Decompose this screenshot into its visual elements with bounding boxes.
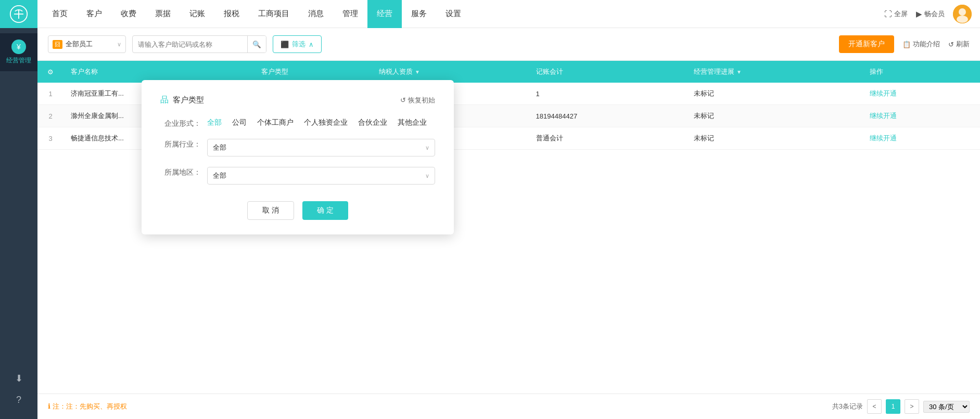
- industry-row: 所属行业： 全部 ∨: [160, 139, 435, 156]
- fullscreen-btn[interactable]: ⛶ 全屏: [884, 9, 908, 19]
- row-action-2[interactable]: 继续开通: [862, 105, 980, 127]
- search-icon: 🔍: [252, 41, 261, 48]
- table-th-progress[interactable]: 经营管理进展 ▼: [686, 61, 862, 83]
- nav-item-ticket[interactable]: 票据: [146, 0, 180, 28]
- refresh-icon: ↺: [948, 41, 954, 48]
- employee-dropdown-icon: ∨: [117, 41, 121, 48]
- help-icon: ?: [16, 395, 21, 405]
- operation-icon: ¥: [11, 40, 26, 54]
- nav-item-home[interactable]: 首页: [43, 0, 77, 28]
- table-th-taxpayer[interactable]: 纳税人资质 ▼: [372, 61, 529, 83]
- taxpayer-filter-icon: ▼: [415, 69, 420, 75]
- pagination: 共3条记录 < 1 > 30 条/页 50 条/页 100 条/页: [832, 399, 970, 414]
- page-size-select[interactable]: 30 条/页 50 条/页 100 条/页: [923, 401, 970, 413]
- region-select[interactable]: 全部 ∨: [207, 167, 435, 185]
- next-page-btn[interactable]: >: [905, 399, 919, 414]
- row-accountant-3: 普通会计: [529, 127, 686, 150]
- th-progress-label: 经营管理进展: [694, 67, 734, 76]
- industry-label: 所属行业：: [160, 139, 207, 149]
- sidebar-bottom: ⬇ ?: [0, 368, 37, 419]
- option-other[interactable]: 其他企业: [398, 118, 427, 127]
- nav-item-settings[interactable]: 设置: [436, 0, 470, 28]
- notice-content: 注：先购买、再授权: [66, 402, 127, 410]
- new-customer-button[interactable]: 开通新客户: [839, 35, 894, 53]
- notice-text: 注：: [53, 402, 66, 410]
- region-label: 所属地区：: [160, 167, 207, 177]
- sidebar-item-operation-management[interactable]: ¥ 经营管理: [0, 33, 37, 71]
- progress-filter-icon: ▼: [736, 69, 742, 75]
- filter-button[interactable]: ⬛ 筛选 ∧: [273, 35, 322, 53]
- nav-item-fee[interactable]: 收费: [111, 0, 146, 28]
- nav-item-manage[interactable]: 管理: [333, 0, 367, 28]
- download-icon: ⬇: [15, 373, 23, 384]
- notice-area: ℹ 注：注：先购买、再授权: [48, 402, 127, 411]
- table-th-settings[interactable]: ⚙: [37, 61, 63, 83]
- industry-value: 全部: [213, 143, 226, 152]
- reset-icon: ↺: [400, 96, 406, 104]
- sidebar: ¥ 经营管理 ⬇ ?: [0, 28, 37, 419]
- toolbar: 囧 全部员工 ∨ 🔍 ⬛ 筛选 ∧ 开通新客户 📋 功能介绍: [37, 28, 980, 61]
- modal-footer: 取 消 确 定: [160, 201, 435, 220]
- modal-header: 品 客户类型 ↺ 恢复初始: [160, 95, 435, 106]
- cancel-button[interactable]: 取 消: [247, 201, 294, 220]
- th-type-label: 客户类型: [261, 68, 288, 75]
- svg-point-2: [959, 8, 966, 16]
- nav-item-service[interactable]: 服务: [402, 0, 436, 28]
- prev-page-btn[interactable]: <: [867, 399, 882, 414]
- table-th-type: 客户类型: [254, 61, 372, 83]
- nav-item-bookkeeping[interactable]: 记账: [180, 0, 214, 28]
- svg-point-3: [957, 16, 968, 23]
- avatar[interactable]: [953, 5, 972, 23]
- table-header-row: ⚙ 客户名称 客户类型 纳税人资质 ▼: [37, 61, 980, 83]
- th-taxpayer-label: 纳税人资质: [379, 67, 413, 76]
- nav-item-business[interactable]: 工商项目: [249, 0, 299, 28]
- row-num-2: 2: [37, 105, 63, 127]
- region-dropdown-icon: ∨: [425, 173, 429, 179]
- refresh-button[interactable]: ↺ 刷新: [948, 40, 970, 49]
- filter-icon: ⬛: [281, 41, 289, 48]
- modal-title-icon: 品: [160, 95, 169, 106]
- employee-select[interactable]: 囧 全部员工 ∨: [48, 35, 126, 53]
- industry-select-wrap: 全部 ∨: [207, 139, 435, 156]
- option-individual[interactable]: 个体工商户: [257, 118, 294, 127]
- sidebar-item-label: 经营管理: [6, 56, 31, 65]
- page-1-btn[interactable]: 1: [886, 399, 900, 414]
- function-intro-button[interactable]: 📋 功能介绍: [902, 40, 940, 49]
- nav-item-tax[interactable]: 报税: [214, 0, 249, 28]
- filter-modal: 品 客户类型 ↺ 恢复初始 企业形式： 全部 公司 个体工商户 个人独资企业 合…: [142, 80, 454, 234]
- settings-icon: ⚙: [47, 68, 54, 76]
- filter-label: 筛选: [292, 40, 306, 49]
- th-accountant-label: 记账会计: [536, 68, 563, 75]
- option-company[interactable]: 公司: [232, 118, 247, 127]
- option-all[interactable]: 全部: [207, 118, 222, 127]
- enterprise-form-options: 全部 公司 个体工商户 个人独资企业 合伙企业 其他企业: [207, 118, 435, 127]
- industry-select[interactable]: 全部 ∨: [207, 139, 435, 156]
- nav-item-message[interactable]: 消息: [299, 0, 333, 28]
- fullscreen-label: 全屏: [894, 9, 908, 19]
- search-button[interactable]: 🔍: [247, 35, 266, 53]
- sidebar-help[interactable]: ?: [0, 389, 37, 411]
- confirm-button[interactable]: 确 定: [302, 201, 348, 220]
- modal-reset-button[interactable]: ↺ 恢复初始: [400, 96, 435, 105]
- row-accountant-2: 18194484427: [529, 105, 686, 127]
- sidebar-download[interactable]: ⬇: [0, 368, 37, 389]
- search-input[interactable]: [133, 41, 247, 48]
- row-progress-1: 未标记: [686, 83, 862, 105]
- toolbar-right: 开通新客户 📋 功能介绍 ↺ 刷新: [839, 35, 970, 53]
- option-partnership[interactable]: 合伙企业: [358, 118, 387, 127]
- nav-item-operation[interactable]: 经营: [367, 0, 402, 28]
- option-sole[interactable]: 个人独资企业: [304, 118, 348, 127]
- nav-items: 首页 客户 收费 票据 记账 报税 工商项目 消息 管理 经营 服务 设置: [37, 0, 884, 28]
- enterprise-form-label: 企业形式：: [160, 118, 207, 128]
- region-value: 全部: [213, 171, 226, 180]
- member-btn[interactable]: ▶ 畅会员: [916, 9, 945, 19]
- row-action-1[interactable]: 继续开通: [862, 83, 980, 105]
- row-num-3: 3: [37, 127, 63, 150]
- modal-title: 客户类型: [173, 95, 204, 105]
- row-action-3[interactable]: 继续开通: [862, 127, 980, 150]
- row-progress-3: 未标记: [686, 127, 862, 150]
- row-accountant-1: 1: [529, 83, 686, 105]
- table-th-action: 操作: [862, 61, 980, 83]
- nav-item-customer[interactable]: 客户: [77, 0, 111, 28]
- modal-title-row: 品 客户类型: [160, 95, 204, 106]
